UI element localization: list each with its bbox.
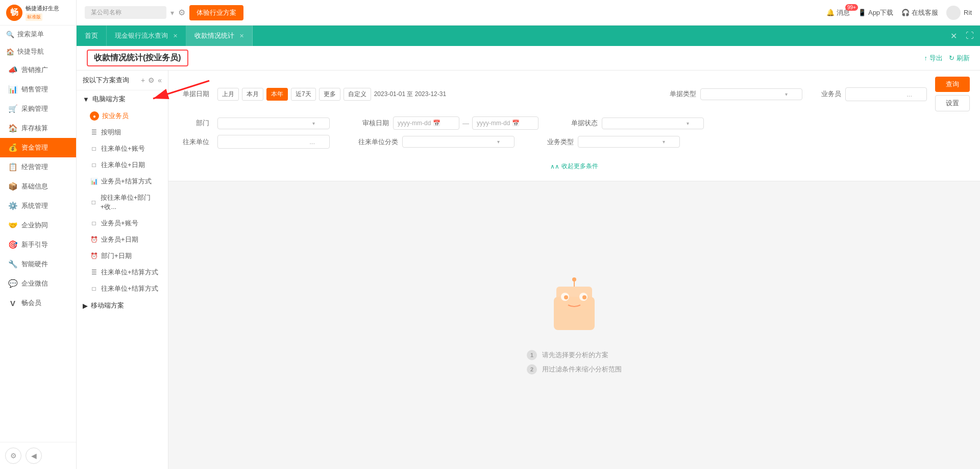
sidebar-item-system-label: 系统管理: [21, 201, 48, 210]
doc-type-select[interactable]: ▾: [700, 88, 802, 100]
svg-point-4: [564, 295, 568, 299]
scheme-item-dept-date[interactable]: ⏰ 部门+日期: [77, 248, 168, 264]
date-btn-custom[interactable]: 自定义: [344, 88, 371, 101]
sidebar-item-hardware[interactable]: 🔧 智能硬件: [0, 254, 76, 274]
review-date-start-input[interactable]: yyyy-mm-dd 📅: [393, 116, 459, 130]
scheme-item-unit-account[interactable]: □ 往来单位+账号: [77, 140, 168, 157]
sidebar-item-enterprise[interactable]: 🤝 企业协同: [0, 216, 76, 235]
partner-select[interactable]: ...: [217, 135, 330, 149]
mobile-scheme-group-header[interactable]: ▶ 移动端方案: [77, 297, 168, 314]
cashflow-tab-label: 现金银行流水查询: [115, 31, 168, 40]
calendar-end-icon[interactable]: 📅: [512, 120, 520, 127]
empty-step-2: 2 用过滤条件来缩小分析范围: [527, 364, 622, 374]
app-download-button[interactable]: 📱 App下载: [858, 8, 893, 17]
newbie-icon: 🎯: [8, 240, 17, 249]
search-menu-item[interactable]: 🔍 搜索菜单: [0, 26, 76, 43]
filter-row-2: 部门 ▾ 审核日期 yyyy-mm-dd 📅 —: [179, 116, 970, 130]
date-range-display: 2023-01-01 至 2023-12-31: [374, 90, 446, 99]
tab-cashflow[interactable]: 现金银行流水查询 ✕: [107, 26, 186, 46]
unit-date-icon: □: [90, 161, 98, 169]
scheme-item-unit-date[interactable]: □ 往来单位+日期: [77, 157, 168, 173]
salesperson-select[interactable]: ...: [845, 87, 927, 101]
partner-category-label: 往来单位分类: [358, 137, 398, 147]
partner-category-filter: 往来单位分类 ▾: [358, 136, 514, 148]
export-label: 导出: [929, 54, 943, 63]
salesperson-scheme-icon: ●: [90, 111, 99, 121]
sidebar-item-purchase[interactable]: 🛒 采购管理: [0, 99, 76, 119]
panel-header: 按以下方案查询 + ⚙ «: [77, 71, 168, 90]
sidebar-item-basic[interactable]: 📦 基础信息: [0, 177, 76, 196]
partner-dots[interactable]: ...: [309, 138, 315, 146]
quick-nav-item[interactable]: 🏠 快捷导航: [0, 43, 76, 60]
hardware-icon: 🔧: [8, 260, 17, 269]
export-button[interactable]: ↑ 导出: [924, 54, 943, 63]
maximize-window-icon[interactable]: ⛶: [964, 30, 976, 42]
date-btn-this-month[interactable]: 本月: [242, 88, 263, 101]
dept-select[interactable]: ▾: [217, 118, 330, 129]
partner-label: 往来单位: [179, 137, 209, 147]
doc-status-select[interactable]: ▾: [602, 118, 704, 129]
sidebar-item-sales-label: 销售管理: [21, 85, 48, 94]
empty-step-1-label: 请先选择要分析的方案: [542, 350, 608, 360]
sidebar-item-sales[interactable]: 📊 销售管理: [0, 80, 76, 99]
date-btn-7days[interactable]: 近7天: [291, 88, 316, 101]
collapse-button[interactable]: ◀: [26, 448, 42, 464]
chevron-down-icon[interactable]: ▾: [170, 9, 174, 17]
scheme-settings-icon[interactable]: ⚙: [148, 76, 155, 84]
tab-home[interactable]: 首页: [77, 26, 107, 46]
cashflow-tab-close-icon[interactable]: ✕: [173, 33, 178, 39]
user-area[interactable]: Rit: [946, 6, 972, 20]
filter-actions: 查询 设置: [935, 77, 970, 111]
scheme-item-by-detail[interactable]: ☰ 按明细: [77, 124, 168, 140]
sidebar-item-marketing[interactable]: 📣 营销推广: [0, 60, 76, 80]
scheme-item-salesperson-account[interactable]: □ 业务员+账号: [77, 215, 168, 231]
calendar-start-icon[interactable]: 📅: [433, 120, 440, 127]
collapse-panel-icon[interactable]: «: [158, 76, 162, 84]
sidebar-item-wechat[interactable]: 💬 企业微信: [0, 274, 76, 293]
sales-icon: 📊: [8, 85, 17, 94]
close-window-icon[interactable]: ✕: [947, 30, 960, 42]
sidebar-item-inventory[interactable]: 🏠 库存核算: [0, 119, 76, 138]
settings-button[interactable]: ⚙: [5, 448, 21, 464]
notification-button[interactable]: 🔔 消息 99+: [826, 8, 850, 17]
add-scheme-icon[interactable]: +: [141, 76, 145, 84]
desktop-scheme-group-header[interactable]: ▼ 电脑端方案: [77, 90, 168, 108]
scheme-item-unit-settlement1[interactable]: ☰ 往来单位+结算方式: [77, 264, 168, 280]
date-btn-this-year[interactable]: 本年: [266, 88, 288, 101]
scheme-item-unit-settlement2[interactable]: □ 往来单位+结算方式: [77, 280, 168, 297]
salesperson-label: 业务员: [811, 89, 841, 99]
biz-type-select[interactable]: ▾: [578, 136, 680, 148]
scheme-item-by-salesperson[interactable]: ● 按业务员: [77, 108, 168, 124]
settings-button-filter[interactable]: 设置: [935, 95, 970, 111]
quick-nav-label: 快捷导航: [17, 47, 44, 56]
date-btn-more[interactable]: 更多: [319, 88, 340, 101]
tab-bar: 首页 现金银行流水查询 ✕ 收款情况统计 ✕ ✕ ⛶: [77, 26, 980, 46]
sidebar-item-newbie[interactable]: 🎯 新手引导: [0, 235, 76, 254]
logo-icon: 畅: [6, 5, 22, 21]
company-selector[interactable]: 某公司名称: [85, 6, 166, 19]
sidebar-item-operation[interactable]: 📋 经营管理: [0, 157, 76, 177]
salesperson-dots[interactable]: ...: [906, 90, 912, 98]
date-group: 上月 本月 本年 近7天 更多 自定义 2023-01-01 至 2023-12…: [217, 88, 446, 101]
collection-tab-close-icon[interactable]: ✕: [239, 33, 244, 39]
scheme-item-salesperson-settlement[interactable]: 📊 业务员+结算方式: [77, 173, 168, 190]
wechat-icon: 💬: [8, 279, 17, 288]
date-btn-last-month[interactable]: 上月: [217, 88, 239, 101]
scheme-item-unit-date-label: 往来单位+日期: [101, 160, 145, 170]
partner-category-select[interactable]: ▾: [402, 136, 514, 148]
partner-category-arrow-icon: ▾: [497, 139, 500, 145]
sidebar-item-member[interactable]: V 畅会员: [0, 293, 76, 313]
review-date-end-input[interactable]: yyyy-mm-dd 📅: [472, 116, 538, 130]
tab-collection[interactable]: 收款情况统计 ✕: [186, 26, 253, 46]
sidebar-item-capital[interactable]: 💰 资金管理: [0, 138, 76, 157]
empty-steps: 1 请先选择要分析的方案 2 用过滤条件来缩小分析范围: [527, 350, 622, 374]
solution-button[interactable]: 体验行业方案: [189, 5, 243, 20]
query-button[interactable]: 查询: [935, 77, 970, 92]
scheme-item-salesperson-date[interactable]: ⏰ 业务员+日期: [77, 231, 168, 248]
collapse-filter-button[interactable]: ∧∧ 收起更多条件: [546, 158, 602, 175]
online-service-button[interactable]: 🎧 在线客服: [901, 8, 938, 17]
sidebar-item-system[interactable]: ⚙️ 系统管理: [0, 196, 76, 216]
scheme-item-unit-dept[interactable]: □ 按往来单位+部门+收...: [77, 190, 168, 215]
refresh-button[interactable]: ↻ 刷新: [949, 54, 970, 63]
gear-icon[interactable]: ⚙: [178, 8, 185, 17]
